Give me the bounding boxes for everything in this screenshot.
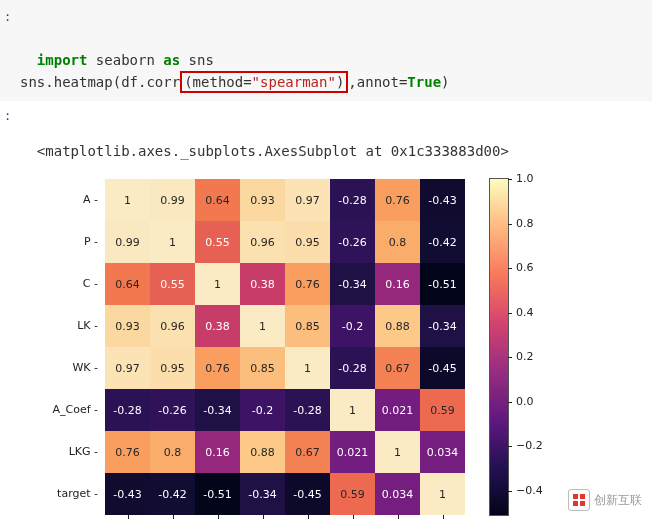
heatmap-cell: -0.34 [240, 473, 285, 515]
output-repr: : <matplotlib.axes._subplots.AxesSubplot… [0, 101, 652, 165]
y-axis-label: C - [50, 277, 98, 290]
y-axis-label: WK - [50, 361, 98, 374]
heatmap-cell: -0.26 [330, 221, 375, 263]
heatmap-cell: 1 [150, 221, 195, 263]
heatmap-cell: -0.28 [330, 347, 375, 389]
heatmap-cell: 0.76 [195, 347, 240, 389]
colorbar-label: −0.4 [516, 484, 543, 497]
heatmap-cell: 0.38 [195, 305, 240, 347]
watermark-logo-icon [568, 489, 590, 511]
heatmap-grid: 10.990.640.930.97-0.280.76-0.430.9910.55… [105, 179, 465, 515]
colorbar-label: 0.0 [516, 395, 534, 408]
heatmap-cell: 1 [240, 305, 285, 347]
heatmap-cell: -0.51 [420, 263, 465, 305]
heatmap-cell: 0.76 [105, 431, 150, 473]
colorbar [490, 179, 508, 515]
kw-import: import [37, 52, 88, 68]
colorbar-label: 0.8 [516, 217, 534, 230]
heatmap-cell: 0.93 [240, 179, 285, 221]
heatmap-cell: 0.99 [150, 179, 195, 221]
heatmap-cell: 0.97 [285, 179, 330, 221]
heatmap-cell: 0.55 [195, 221, 240, 263]
y-axis-label: target - [50, 487, 98, 500]
colorbar-label: 1.0 [516, 172, 534, 185]
colorbar-tick [508, 491, 512, 492]
output-prompt: : [4, 109, 11, 123]
y-axis-label: P - [50, 235, 98, 248]
heatmap-cell: 0.93 [105, 305, 150, 347]
heatmap-cell: 0.88 [375, 305, 420, 347]
heatmap-cell: -0.34 [330, 263, 375, 305]
heatmap-cell: -0.42 [420, 221, 465, 263]
heatmap-cell: 1 [285, 347, 330, 389]
heatmap-cell: 0.64 [105, 263, 150, 305]
y-axis-label: LK - [50, 319, 98, 332]
heatmap-cell: 0.16 [195, 431, 240, 473]
heatmap-cell: 0.55 [150, 263, 195, 305]
heatmap-cell: 0.96 [240, 221, 285, 263]
heatmap-cell: -0.51 [195, 473, 240, 515]
heatmap-cell: 0.67 [285, 431, 330, 473]
heatmap-cell: 0.16 [375, 263, 420, 305]
heatmap-cell: -0.28 [285, 389, 330, 431]
heatmap-cell: 0.64 [195, 179, 240, 221]
colorbar-label: 0.6 [516, 261, 534, 274]
heatmap-cell: 1 [330, 389, 375, 431]
colorbar-tick [508, 357, 512, 358]
heatmap-cell: 0.59 [330, 473, 375, 515]
kw-as: as [163, 52, 180, 68]
heatmap-cell: -0.26 [150, 389, 195, 431]
code-line-1: import seaborn as sns [37, 52, 214, 68]
heatmap-cell: 0.8 [375, 221, 420, 263]
heatmap-cell: 0.76 [375, 179, 420, 221]
heatmap-cell: 0.97 [105, 347, 150, 389]
colorbar-tick [508, 224, 512, 225]
colorbar-tick [508, 446, 512, 447]
heatmap-cell: 1 [420, 473, 465, 515]
heatmap-cell: 0.95 [150, 347, 195, 389]
heatmap-cell: 0.88 [240, 431, 285, 473]
heatmap-cell: 0.38 [240, 263, 285, 305]
heatmap-cell: 0.034 [420, 431, 465, 473]
heatmap-cell: -0.2 [330, 305, 375, 347]
heatmap-cell: -0.28 [330, 179, 375, 221]
watermark: 创新互联 [568, 489, 642, 511]
heatmap-cell: 0.021 [330, 431, 375, 473]
heatmap-cell: 1 [375, 431, 420, 473]
heatmap-cell: 0.99 [105, 221, 150, 263]
heatmap-cell: 0.96 [150, 305, 195, 347]
heatmap-cell: 0.85 [240, 347, 285, 389]
heatmap-cell: 0.85 [285, 305, 330, 347]
heatmap-cell: 0.95 [285, 221, 330, 263]
heatmap-cell: -0.45 [420, 347, 465, 389]
colorbar-tick [508, 268, 512, 269]
code-cell: : import seaborn as sns sns.heatmap(df.c… [0, 0, 652, 101]
heatmap-cell: 0.8 [150, 431, 195, 473]
input-prompt: : [4, 8, 11, 26]
y-axis-label: A_Coef - [50, 403, 98, 416]
heatmap-cell: -0.45 [285, 473, 330, 515]
watermark-text: 创新互联 [594, 492, 642, 509]
heatmap-cell: -0.34 [420, 305, 465, 347]
colorbar-tick [508, 313, 512, 314]
heatmap-cell: -0.28 [105, 389, 150, 431]
heatmap-cell: -0.43 [105, 473, 150, 515]
colorbar-tick [508, 179, 512, 180]
heatmap-cell: -0.42 [150, 473, 195, 515]
colorbar-tick [508, 402, 512, 403]
heatmap-cell: -0.34 [195, 389, 240, 431]
colorbar-label: −0.2 [516, 439, 543, 452]
heatmap-cell: -0.43 [420, 179, 465, 221]
heatmap-cell: 1 [195, 263, 240, 305]
heatmap-cell: 0.76 [285, 263, 330, 305]
colorbar-label: 0.4 [516, 306, 534, 319]
heatmap-figure: 10.990.640.930.97-0.280.76-0.430.9910.55… [50, 169, 610, 519]
heatmap-cell: 0.021 [375, 389, 420, 431]
y-axis-label: LKG - [50, 445, 98, 458]
y-axis-label: A - [50, 193, 98, 206]
heatmap-cell: 1 [105, 179, 150, 221]
heatmap-cell: 0.034 [375, 473, 420, 515]
heatmap-cell: -0.2 [240, 389, 285, 431]
code-line-2: sns.heatmap(df.corr(method="spearman"),a… [20, 74, 450, 90]
colorbar-label: 0.2 [516, 350, 534, 363]
